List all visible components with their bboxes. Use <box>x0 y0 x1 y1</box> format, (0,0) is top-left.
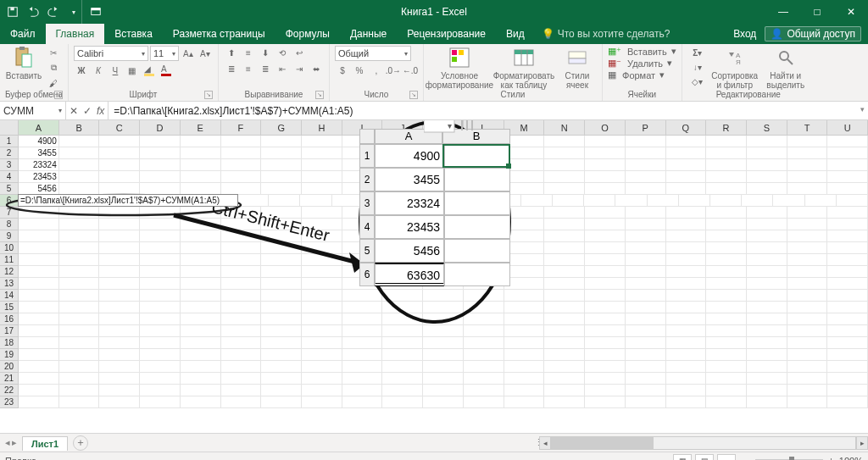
cell[interactable] <box>181 136 221 147</box>
cell[interactable] <box>99 242 140 253</box>
zoom-level[interactable]: 100% <box>839 456 863 461</box>
cut-button[interactable]: ✂ <box>46 46 61 59</box>
cell[interactable] <box>181 361 221 372</box>
cell[interactable] <box>261 254 302 265</box>
cell[interactable] <box>302 159 342 170</box>
cell[interactable] <box>59 313 100 324</box>
cell[interactable] <box>544 290 585 301</box>
cell[interactable] <box>626 313 666 324</box>
save-icon[interactable] <box>5 4 20 19</box>
cell[interactable] <box>504 207 545 218</box>
cell[interactable] <box>140 278 181 289</box>
cell[interactable] <box>787 290 828 301</box>
cell[interactable] <box>504 385 545 396</box>
cell[interactable] <box>585 219 626 230</box>
cell[interactable] <box>302 325 342 336</box>
sort-filter-button[interactable]: AЯ Сортировка и фильтр <box>711 46 759 90</box>
cell[interactable] <box>666 136 707 147</box>
insert-cells-button[interactable]: ▦⁺ Вставить ▾ <box>608 46 676 57</box>
cell[interactable] <box>626 266 666 277</box>
cell[interactable] <box>706 242 747 253</box>
cell[interactable]: =D:\Папка\[Книга2.xlsx]Лист1'!$A$7)+СУММ… <box>18 194 238 207</box>
cell[interactable] <box>181 159 221 170</box>
cell[interactable] <box>464 147 504 158</box>
cell[interactable] <box>382 349 423 360</box>
cell[interactable] <box>464 136 504 147</box>
cell[interactable] <box>99 396 140 407</box>
cell[interactable] <box>59 266 100 277</box>
row-header[interactable]: 12 <box>0 266 18 278</box>
cancel-formula-button[interactable]: ✕ <box>70 105 78 117</box>
cell[interactable] <box>706 159 747 170</box>
tab-home[interactable]: Главная <box>46 24 105 44</box>
row-headers[interactable]: 1234567891011121314151617181920212223 <box>0 136 19 408</box>
cell[interactable] <box>342 254 383 265</box>
cell[interactable] <box>423 171 464 182</box>
cell[interactable] <box>221 242 262 253</box>
cell[interactable] <box>626 361 666 372</box>
delete-cells-button[interactable]: ▦⁻ Удалить ▾ <box>608 58 676 69</box>
cell[interactable] <box>302 302 342 313</box>
cell[interactable] <box>99 278 140 289</box>
cell[interactable] <box>382 313 423 324</box>
cell[interactable] <box>585 207 626 218</box>
cell[interactable] <box>615 195 647 206</box>
cell[interactable] <box>504 349 545 360</box>
cell[interactable] <box>382 266 423 277</box>
cell[interactable] <box>423 254 464 265</box>
cell[interactable] <box>140 136 181 147</box>
cell[interactable] <box>585 171 626 182</box>
cell[interactable] <box>464 373 504 384</box>
cell[interactable] <box>261 159 302 170</box>
cell[interactable] <box>99 219 140 230</box>
cell[interactable] <box>302 242 342 253</box>
row-header[interactable]: 16 <box>0 313 18 325</box>
cell[interactable] <box>504 266 545 277</box>
cell[interactable] <box>504 230 545 241</box>
cell[interactable] <box>585 337 626 348</box>
cell[interactable] <box>787 373 828 384</box>
cell[interactable] <box>544 396 585 407</box>
cell[interactable] <box>99 207 140 218</box>
column-headers[interactable]: ABCDEFGHIJKLMNOPQRSTU <box>19 120 868 136</box>
cell[interactable] <box>626 349 666 360</box>
cell[interactable] <box>99 385 140 396</box>
cell[interactable] <box>382 373 423 384</box>
cell[interactable] <box>747 373 787 384</box>
cell[interactable] <box>585 385 626 396</box>
cell[interactable] <box>585 373 626 384</box>
font-name-combo[interactable]: Calibri▾ <box>74 46 148 61</box>
cell[interactable] <box>666 183 707 194</box>
cell[interactable] <box>773 195 804 206</box>
cell[interactable] <box>666 290 707 301</box>
cell[interactable] <box>464 278 504 289</box>
cell[interactable] <box>827 254 868 265</box>
cell[interactable] <box>59 254 100 265</box>
cell[interactable] <box>342 349 383 360</box>
cell[interactable] <box>423 183 464 194</box>
cell[interactable] <box>261 313 302 324</box>
cell[interactable] <box>706 230 747 241</box>
cell[interactable] <box>706 254 747 265</box>
cell[interactable] <box>221 278 262 289</box>
cell[interactable] <box>342 361 383 372</box>
cell[interactable] <box>827 325 868 336</box>
row-header[interactable]: 1 <box>0 136 18 147</box>
cell[interactable] <box>827 219 868 230</box>
cell[interactable] <box>99 159 140 170</box>
cell[interactable] <box>382 361 423 372</box>
italic-button[interactable]: К <box>91 64 106 77</box>
cell[interactable] <box>261 147 302 158</box>
cell[interactable] <box>504 159 545 170</box>
column-header[interactable]: R <box>706 120 747 135</box>
cell[interactable] <box>787 159 828 170</box>
alignment-launcher[interactable]: ↘ <box>315 91 324 99</box>
cell[interactable] <box>99 361 140 372</box>
cell[interactable] <box>544 302 585 313</box>
cell[interactable] <box>140 302 181 313</box>
cell[interactable] <box>504 254 545 265</box>
cell[interactable] <box>59 136 100 147</box>
cell[interactable] <box>544 325 585 336</box>
cell[interactable] <box>747 349 787 360</box>
sheet-nav-prev[interactable]: ▸ <box>12 437 17 448</box>
